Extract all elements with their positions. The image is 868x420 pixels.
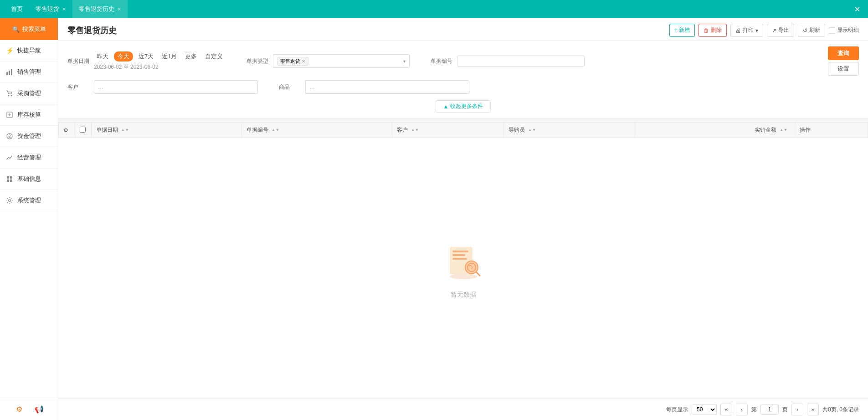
date-opt-last-month[interactable]: 近1月 (159, 51, 180, 61)
sidebar-item-basic-info[interactable]: 基础信息 (0, 169, 58, 190)
col-customer-sort-icon: ▲▼ (411, 128, 419, 132)
date-opts-row: 昨天 今天 近7天 近1月 更多 自定义 (94, 51, 226, 61)
sidebar-item-ops-mgmt[interactable]: 经营管理 (0, 147, 58, 169)
col-number[interactable]: 单据编号 ▲▼ (242, 123, 392, 138)
collapse-button[interactable]: ▲ 收起更多条件 (436, 100, 491, 113)
sidebar-item-quick-nav[interactable]: ⚡ 快捷导航 (0, 40, 58, 61)
date-opt-yesterday[interactable]: 昨天 (94, 51, 111, 61)
col-guide[interactable]: 导购员 ▲▼ (504, 123, 635, 138)
sidebar-item-finance-mgmt[interactable]: 资金管理 (0, 126, 58, 147)
sidebar-menu: ⚡ 快捷导航 销售管理 采购管理 库存核算 (0, 40, 58, 398)
export-label: 导出 (778, 26, 789, 34)
print-label: 打印 (743, 26, 754, 34)
col-customer-label: 客户 (397, 127, 408, 133)
filter-row-1: 单据日期 昨天 今天 近7天 近1月 更多 自定义 2023-06-02 至 2… (67, 46, 859, 76)
per-page-select[interactable]: 50 10 20 100 (692, 404, 717, 415)
page-number-input[interactable]: 1 (760, 405, 779, 415)
tab-retail-return-history-label: 零售退货历史 (79, 5, 114, 13)
prev-page-button[interactable]: ‹ (736, 404, 748, 415)
col-amount-label: 实销金额 (755, 127, 776, 133)
table-container: ⚙ 单据日期 ▲▼ 单据编号 ▲▼ (58, 122, 868, 399)
page-label: 第 (751, 406, 757, 414)
sidebar-item-inventory-calc[interactable]: 库存核算 (0, 104, 58, 126)
tab-home[interactable]: 首页 (5, 0, 29, 18)
sidebar-item-basic-info-label: 基础信息 (17, 175, 41, 183)
col-checkbox[interactable] (75, 123, 92, 138)
product-dots: … (309, 84, 315, 90)
voucher-number-input[interactable] (457, 56, 585, 67)
tab-retail-return-history-close[interactable]: ✕ (117, 6, 121, 12)
col-action-label: 操作 (800, 127, 811, 133)
export-button[interactable]: ↗ 导出 (767, 24, 794, 37)
sidebar-item-finance-mgmt-label: 资金管理 (17, 132, 41, 140)
tab-retail-return[interactable]: 零售退货 ✕ (29, 0, 72, 18)
date-opt-custom[interactable]: 自定义 (202, 51, 226, 61)
query-button[interactable]: 查询 (828, 46, 859, 60)
col-amount[interactable]: 实销金额 ▲▼ (635, 123, 795, 138)
product-label: 商品 (279, 83, 302, 91)
sidebar-bottom: ⚙ 📢 (0, 398, 58, 420)
date-opt-more[interactable]: 更多 (182, 51, 200, 61)
sidebar-search[interactable]: 🔍 搜索菜单 (0, 18, 58, 40)
voucher-type-tag: 零售退货 ✕ (277, 57, 308, 66)
page-title: 零售退货历史 (67, 25, 117, 36)
sidebar-audio-icon[interactable]: 📢 (33, 403, 46, 415)
table-settings-icon[interactable]: ⚙ (63, 127, 68, 133)
new-button[interactable]: + 新增 (669, 24, 695, 37)
customer-dots: … (98, 84, 103, 90)
print-button[interactable]: 🖨 打印 ▾ (730, 24, 763, 37)
sidebar-item-purchase-mgmt[interactable]: 采购管理 (0, 83, 58, 104)
select-all-checkbox[interactable] (80, 127, 86, 133)
voucher-type-select[interactable]: 零售退货 ✕ ▾ (273, 54, 410, 68)
table-header-row: ⚙ 单据日期 ▲▼ 单据编号 ▲▼ (59, 123, 868, 138)
sidebar-item-sales-mgmt-label: 销售管理 (17, 68, 41, 76)
next-page-button[interactable]: › (791, 404, 803, 415)
sidebar-item-purchase-mgmt-label: 采购管理 (17, 89, 41, 97)
voucher-type-tag-label: 零售退货 (280, 58, 300, 65)
first-page-button[interactable]: « (720, 404, 732, 415)
date-opt-last7[interactable]: 近7天 (136, 51, 156, 61)
delete-icon: 🗑 (704, 27, 709, 34)
sidebar-item-system-mgmt-label: 系统管理 (17, 196, 41, 205)
col-action: 操作 (795, 123, 868, 138)
voucher-type-tag-close[interactable]: ✕ (302, 59, 305, 64)
per-page-label: 每页显示 (666, 406, 688, 414)
action-buttons: 查询 设置 (828, 46, 859, 76)
date-filter-label: 单据日期 (67, 57, 90, 65)
sidebar: 🔍 搜索菜单 ⚡ 快捷导航 销售管理 采购管理 (0, 18, 58, 420)
voucher-type-filter-item: 单据类型 零售退货 ✕ ▾ (247, 54, 410, 68)
product-select[interactable]: … (305, 80, 469, 94)
svg-point-12 (450, 274, 477, 279)
top-bar: 首页 零售退货 ✕ 零售退货历史 ✕ ✕ (0, 0, 868, 18)
svg-rect-1 (9, 71, 10, 75)
show-detail-checkbox[interactable] (829, 27, 835, 34)
col-number-sort-icon: ▲▼ (272, 128, 280, 132)
refresh-icon: ↺ (803, 27, 807, 34)
date-opt-today[interactable]: 今天 (114, 51, 133, 61)
col-settings[interactable]: ⚙ (59, 123, 75, 138)
sidebar-item-sales-mgmt[interactable]: 销售管理 (0, 61, 58, 83)
refresh-button[interactable]: ↺ 刷新 (798, 24, 825, 37)
show-detail-toggle[interactable]: 显示明细 (829, 26, 859, 34)
sidebar-item-system-mgmt[interactable]: 系统管理 (0, 190, 58, 211)
setting-button[interactable]: 设置 (828, 62, 859, 76)
show-detail-label: 显示明细 (837, 26, 859, 34)
svg-point-4 (11, 95, 12, 97)
tab-retail-return-close[interactable]: ✕ (62, 6, 66, 12)
window-close-button[interactable]: ✕ (851, 3, 863, 15)
last-page-button[interactable]: » (807, 404, 819, 415)
empty-state-icon (441, 238, 486, 283)
customer-select[interactable]: … (94, 80, 258, 94)
data-table: ⚙ 单据日期 ▲▼ 单据编号 ▲▼ (58, 122, 868, 138)
tab-retail-return-history[interactable]: 零售退货历史 ✕ (72, 0, 128, 18)
col-date[interactable]: 单据日期 ▲▼ (92, 123, 242, 138)
col-customer[interactable]: 客户 ▲▼ (392, 123, 504, 138)
svg-rect-15 (452, 254, 465, 256)
tab-home-label: 首页 (11, 5, 23, 13)
tab-retail-return-label: 零售退货 (36, 5, 59, 13)
toolbar: + 新增 🗑 删除 🖨 打印 ▾ ↗ 导出 ↺ 刷新 (669, 24, 859, 37)
top-bar-right: ✕ (851, 3, 863, 15)
voucher-type-chevron-icon: ▾ (403, 59, 406, 64)
sidebar-settings-icon[interactable]: ⚙ (13, 403, 26, 415)
delete-button[interactable]: 🗑 删除 (699, 24, 727, 37)
